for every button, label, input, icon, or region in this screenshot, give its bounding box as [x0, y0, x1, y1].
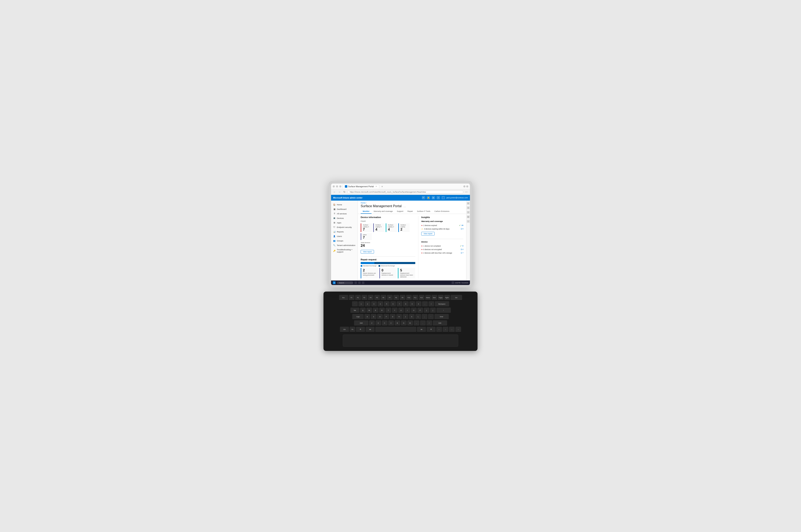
- key-backtick[interactable]: `: [352, 301, 358, 307]
- sidebar-item-endpoint[interactable]: 🛡 Endpoint security: [331, 225, 358, 229]
- key-backspace[interactable]: Backspace: [435, 301, 449, 307]
- key-f8[interactable]: F8: [393, 295, 399, 301]
- key-m[interactable]: M: [407, 320, 413, 326]
- key-9[interactable]: 9: [409, 301, 415, 307]
- key-comma[interactable]: ,: [414, 320, 420, 326]
- tab-monitor[interactable]: Monitor: [361, 209, 372, 214]
- key-o[interactable]: O: [411, 308, 417, 313]
- close-icon[interactable]: [339, 185, 341, 188]
- repair-stat-0[interactable]: 2 Return devices are being processed: [361, 268, 378, 279]
- settings-icon[interactable]: ⚙: [432, 196, 435, 200]
- key-a[interactable]: A: [364, 314, 370, 320]
- help-icon[interactable]: ?: [437, 196, 440, 200]
- browser-close-btn[interactable]: [466, 185, 468, 188]
- tab-support[interactable]: Support: [395, 209, 406, 214]
- key-w[interactable]: W: [367, 308, 372, 313]
- page-menu-icon[interactable]: …: [403, 205, 406, 208]
- key-alt[interactable]: Alt: [366, 327, 375, 332]
- key-lbracket[interactable]: [: [424, 308, 429, 313]
- taskbar-app-1[interactable]: [358, 282, 361, 284]
- key-f5[interactable]: F5: [374, 295, 380, 301]
- taskbar-sys-icon[interactable]: [452, 282, 454, 284]
- key-minus[interactable]: -: [422, 301, 428, 307]
- sidebar-item-dashboard[interactable]: ▦ Dashboard: [331, 207, 358, 211]
- key-f2[interactable]: F2: [355, 295, 361, 301]
- key-x[interactable]: X: [375, 320, 381, 326]
- key-end[interactable]: End: [431, 295, 437, 301]
- maximize-icon[interactable]: [336, 185, 338, 188]
- key-right[interactable]: →: [455, 327, 461, 332]
- device-card-0[interactable]: SurfaceLaptop 4 7: [361, 223, 372, 232]
- key-surface[interactable]: ⊞: [427, 327, 435, 332]
- key-left[interactable]: ←: [436, 327, 442, 332]
- key-rbracket[interactable]: ]: [430, 308, 436, 313]
- key-pgup[interactable]: PgUp: [438, 295, 444, 301]
- key-f7[interactable]: F7: [387, 295, 393, 301]
- view-report-button-warranty[interactable]: View report: [421, 232, 434, 235]
- key-e[interactable]: E: [373, 308, 378, 313]
- key-f4[interactable]: F4: [368, 295, 374, 301]
- key-rshift[interactable]: Shift: [433, 320, 447, 326]
- key-5[interactable]: 5: [384, 301, 390, 307]
- key-r[interactable]: R: [379, 308, 385, 313]
- key-f10[interactable]: F10: [406, 295, 412, 301]
- key-g[interactable]: G: [390, 314, 395, 320]
- sidebar-item-reports[interactable]: 📊 Reports: [331, 229, 358, 234]
- sidebar-item-groups[interactable]: 👥 Groups: [331, 239, 358, 243]
- key-up[interactable]: ↑: [443, 327, 448, 332]
- key-h[interactable]: H: [396, 314, 402, 320]
- tab-repair[interactable]: Repair: [406, 209, 415, 214]
- address-bar[interactable]: https://intune.microsoft.com/#view/Micro…: [348, 190, 463, 194]
- key-p[interactable]: P: [417, 308, 423, 313]
- key-q[interactable]: Q: [360, 308, 366, 313]
- key-l[interactable]: L: [415, 314, 421, 320]
- key-f3[interactable]: F3: [361, 295, 367, 301]
- sidebar-item-users[interactable]: 👤 Users: [331, 234, 358, 239]
- tab-warranty[interactable]: Warranty and coverage: [372, 209, 395, 214]
- repair-stat-2[interactable]: 5 Replacement devices have been delivere…: [398, 268, 415, 279]
- sidebar-item-home[interactable]: 🏠 Home: [331, 202, 358, 207]
- forward-button[interactable]: →: [338, 190, 341, 194]
- key-f9[interactable]: F9: [400, 295, 406, 301]
- key-y[interactable]: Y: [392, 308, 398, 313]
- tab-surface-tools[interactable]: Surface IT Tools: [415, 209, 432, 214]
- device-card-2[interactable]: SurfaceLaptop 2 4: [386, 223, 397, 232]
- panel-icon-0[interactable]: O: [467, 202, 470, 205]
- view-report-button-devices[interactable]: View report: [361, 250, 374, 253]
- key-s[interactable]: S: [371, 314, 376, 320]
- key-8[interactable]: 8: [403, 301, 409, 307]
- key-del[interactable]: Del: [451, 295, 462, 301]
- repair-stat-1[interactable]: 0 Replacement devices in transit: [379, 268, 397, 279]
- key-ctrl[interactable]: Ctrl: [340, 327, 349, 332]
- key-t[interactable]: T: [386, 308, 391, 313]
- key-lshift[interactable]: Shift: [354, 320, 369, 326]
- key-z[interactable]: Z: [369, 320, 375, 326]
- key-f12[interactable]: F12: [419, 295, 425, 301]
- key-fn[interactable]: Fn: [350, 327, 355, 332]
- panel-icon-1[interactable]: S: [467, 206, 470, 209]
- key-down[interactable]: ↓: [449, 327, 455, 332]
- device-card-4[interactable]: Other 7: [361, 233, 372, 240]
- key-equals[interactable]: =: [428, 301, 434, 307]
- key-6[interactable]: 6: [390, 301, 396, 307]
- key-2[interactable]: 2: [365, 301, 371, 307]
- sidebar-item-troubleshoot[interactable]: 🔑 Troubleshooting + support: [331, 247, 358, 254]
- key-esc[interactable]: Esc: [339, 295, 348, 301]
- sidebar-item-tenant[interactable]: 🔧 Tenant administration: [331, 243, 358, 247]
- sidebar-item-apps[interactable]: ⊞ Apps: [331, 220, 358, 225]
- breadcrumb-home[interactable]: Home: [361, 202, 366, 204]
- browser-tab[interactable]: Surface Management Portal ✕: [342, 184, 379, 188]
- key-slash[interactable]: /: [426, 320, 432, 326]
- key-enter[interactable]: Enter: [434, 314, 449, 320]
- device-card-3[interactable]: SurfaceLaptop 2: [398, 223, 410, 232]
- taskbar-app-2[interactable]: [362, 282, 364, 284]
- browser-settings-icon[interactable]: ⋯: [465, 190, 468, 194]
- key-caps[interactable]: Caps: [352, 314, 364, 320]
- key-v[interactable]: V: [388, 320, 394, 326]
- sidebar-item-allservices[interactable]: ⠿ All services: [331, 211, 358, 216]
- key-semicolon[interactable]: ;: [422, 314, 427, 320]
- key-f1[interactable]: F1: [349, 295, 354, 301]
- key-pgdn[interactable]: PgDn: [444, 295, 450, 301]
- refresh-button[interactable]: ↻: [342, 190, 346, 194]
- start-button[interactable]: ⊞: [333, 281, 336, 284]
